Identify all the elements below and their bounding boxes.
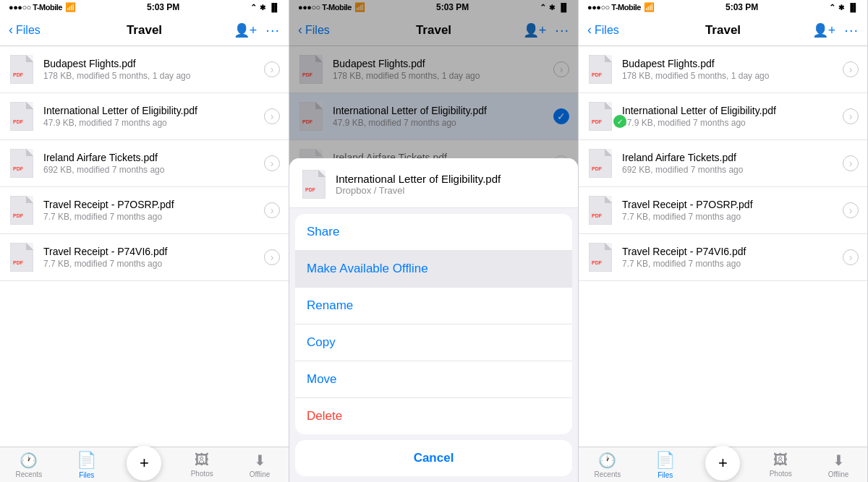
bluetooth-icon: ✱ bbox=[260, 4, 265, 12]
back-button-left[interactable]: ‹ Files bbox=[9, 22, 41, 38]
tab-files-left[interactable]: 📄 Files bbox=[65, 451, 109, 479]
svg-text:PDF: PDF bbox=[13, 72, 24, 77]
file-list-right: PDF Budapest Flights.pdf 178 KB, modifie… bbox=[579, 46, 867, 447]
tab-bar-left: 🕐 Recents 📄 Files + 🖼 Photos ⬇ Offline bbox=[0, 447, 289, 482]
file-chevron[interactable]: › bbox=[264, 61, 280, 77]
tab-plus-right[interactable]: + bbox=[701, 446, 744, 482]
more-icon-right[interactable]: ··· bbox=[844, 22, 859, 38]
file-item[interactable]: PDF Ireland Airfare Tickets.pdf 692 KB, … bbox=[0, 140, 289, 187]
action-make-offline[interactable]: Make Available Offline bbox=[295, 251, 572, 288]
file-list-left: PDF Budapest Flights.pdf 178 KB, modifie… bbox=[0, 46, 289, 447]
wifi-icon-right: 📶 bbox=[644, 2, 655, 12]
file-chevron[interactable]: › bbox=[843, 61, 859, 77]
file-pdf-icon: PDF bbox=[9, 241, 35, 273]
file-pdf-icon: PDF bbox=[587, 194, 613, 226]
plus-button-right[interactable]: + bbox=[705, 446, 740, 481]
file-chevron[interactable]: › bbox=[843, 108, 859, 124]
left-panel: ●●●○○ T-Mobile 📶 5:03 PM ⌃ ✱ ▐▌ ‹ Files … bbox=[0, 0, 289, 482]
modal-overlay: PDF International Letter of Eligibility.… bbox=[289, 0, 578, 482]
svg-text:PDF: PDF bbox=[13, 166, 24, 171]
action-sheet-location: Dropbox / Travel bbox=[336, 185, 501, 196]
tab-label-photos-right: Photos bbox=[770, 470, 792, 478]
chevron-left-icon-right: ‹ bbox=[587, 22, 592, 38]
file-info: International Letter of Eligibility.pdf … bbox=[622, 105, 834, 128]
tab-files-right[interactable]: 📄 Files bbox=[644, 451, 687, 479]
file-chevron[interactable]: › bbox=[264, 249, 280, 265]
file-item[interactable]: PDF Travel Receipt - P7OSRP.pdf 7.7 KB, … bbox=[579, 187, 867, 234]
file-item[interactable]: PDF Travel Receipt - P74VI6.pdf 7.7 KB, … bbox=[579, 234, 867, 281]
file-pdf-icon: PDF bbox=[9, 147, 35, 179]
tab-recents-right[interactable]: 🕐 Recents bbox=[586, 452, 629, 478]
nav-bar-left: ‹ Files Travel 👤+ ··· bbox=[0, 14, 289, 46]
middle-panel: ●●●○○ T-Mobile 📶 5:03 PM ⌃ ✱ ▐▌ ‹ Files … bbox=[289, 0, 579, 482]
photo-icon: 🖼 bbox=[195, 452, 209, 468]
svg-text:PDF: PDF bbox=[592, 119, 603, 124]
bluetooth-icon-right: ✱ bbox=[838, 4, 844, 12]
tab-label-files: Files bbox=[79, 471, 94, 479]
tab-label-recents: Recents bbox=[16, 470, 43, 478]
file-name: International Letter of Eligibility.pdf bbox=[622, 105, 834, 116]
file-name: Travel Receipt - P74VI6.pdf bbox=[43, 246, 255, 257]
tab-recents-left[interactable]: 🕐 Recents bbox=[7, 452, 51, 478]
tab-photos-left[interactable]: 🖼 Photos bbox=[180, 452, 224, 478]
file-info: International Letter of Eligibility.pdf … bbox=[43, 105, 255, 128]
file-chevron[interactable]: › bbox=[264, 108, 280, 124]
file-item[interactable]: PDF Travel Receipt - P74VI6.pdf 7.7 KB, … bbox=[0, 234, 289, 281]
file-chevron[interactable]: › bbox=[843, 155, 859, 171]
file-name: Travel Receipt - P7OSRP.pdf bbox=[43, 199, 255, 210]
nav-title-right: Travel bbox=[705, 23, 741, 38]
file-pdf-icon: PDF bbox=[587, 147, 613, 179]
file-item[interactable]: PDF Budapest Flights.pdf 178 KB, modifie… bbox=[579, 46, 867, 93]
action-sheet-filename: International Letter of Eligibility.pdf bbox=[336, 173, 501, 185]
tab-photos-right[interactable]: 🖼 Photos bbox=[759, 452, 802, 478]
action-move[interactable]: Move bbox=[295, 361, 572, 398]
svg-text:PDF: PDF bbox=[13, 213, 24, 218]
action-share[interactable]: Share bbox=[295, 214, 572, 251]
file-item[interactable]: PDF International Letter of Eligibility.… bbox=[0, 93, 289, 140]
file-info: Travel Receipt - P74VI6.pdf 7.7 KB, modi… bbox=[43, 246, 255, 269]
action-rename[interactable]: Rename bbox=[295, 288, 572, 324]
add-person-icon-right[interactable]: 👤+ bbox=[812, 22, 836, 38]
file-item[interactable]: PDF Budapest Flights.pdf 178 KB, modifie… bbox=[0, 46, 289, 93]
right-panel: ●●●○○ T-Mobile 📶 5:03 PM ⌃ ✱ ▐▌ ‹ Files … bbox=[579, 0, 868, 482]
tab-offline-right[interactable]: ⬇ Offline bbox=[817, 452, 860, 478]
status-bar-left: ●●●○○ T-Mobile 📶 5:03 PM ⌃ ✱ ▐▌ bbox=[0, 0, 289, 14]
file-name: Budapest Flights.pdf bbox=[43, 58, 255, 69]
action-delete[interactable]: Delete bbox=[295, 398, 572, 434]
tab-offline-left[interactable]: ⬇ Offline bbox=[238, 452, 281, 478]
add-person-icon-left[interactable]: 👤+ bbox=[234, 22, 258, 38]
file-item[interactable]: PDF Travel Receipt - P7OSRP.pdf 7.7 KB, … bbox=[0, 187, 289, 234]
plus-button[interactable]: + bbox=[127, 446, 161, 481]
back-button-right[interactable]: ‹ Files bbox=[587, 22, 619, 38]
status-left-right: ●●●○○ T-Mobile 📶 bbox=[587, 2, 655, 12]
file-meta: 47.9 KB, modified 7 months ago bbox=[43, 118, 255, 128]
back-label-left: Files bbox=[16, 24, 41, 37]
location-icon: ⌃ bbox=[250, 3, 257, 12]
file-info: Travel Receipt - P7OSRP.pdf 7.7 KB, modi… bbox=[43, 199, 255, 222]
file-info: Budapest Flights.pdf 178 KB, modified 5 … bbox=[43, 58, 255, 81]
tab-plus-left[interactable]: + bbox=[122, 446, 166, 482]
chevron-left-icon: ‹ bbox=[9, 22, 13, 38]
battery-icon-right: ▐▌ bbox=[847, 3, 859, 12]
file-item-with-checkmark[interactable]: PDF ✓ International Letter of Eligibilit… bbox=[579, 93, 867, 140]
file-chevron[interactable]: › bbox=[264, 202, 280, 218]
status-left: ●●●○○ T-Mobile 📶 bbox=[9, 2, 76, 12]
tab-label-offline-right: Offline bbox=[828, 470, 849, 478]
more-icon-left[interactable]: ··· bbox=[265, 22, 280, 38]
file-chevron[interactable]: › bbox=[843, 249, 859, 265]
action-cancel-button[interactable]: Cancel bbox=[295, 440, 572, 476]
action-sheet-file-icon: PDF bbox=[301, 168, 327, 200]
file-info: Ireland Airfare Tickets.pdf 692 KB, modi… bbox=[622, 152, 834, 175]
file-item[interactable]: PDF Ireland Airfare Tickets.pdf 692 KB, … bbox=[579, 140, 867, 187]
action-sheet-header-text: International Letter of Eligibility.pdf … bbox=[336, 173, 501, 196]
file-name: Travel Receipt - P74VI6.pdf bbox=[622, 246, 834, 257]
location-icon-right: ⌃ bbox=[829, 3, 835, 12]
clock-icon: 🕐 bbox=[20, 452, 38, 469]
action-copy[interactable]: Copy bbox=[295, 324, 572, 361]
status-bar-right: ●●●○○ T-Mobile 📶 5:03 PM ⌃ ✱ ▐▌ bbox=[579, 0, 867, 14]
file-chevron[interactable]: › bbox=[843, 202, 859, 218]
svg-text:PDF: PDF bbox=[592, 260, 603, 265]
file-chevron[interactable]: › bbox=[264, 155, 280, 171]
tab-label-offline: Offline bbox=[250, 470, 271, 478]
file-pdf-icon: PDF bbox=[587, 241, 613, 273]
